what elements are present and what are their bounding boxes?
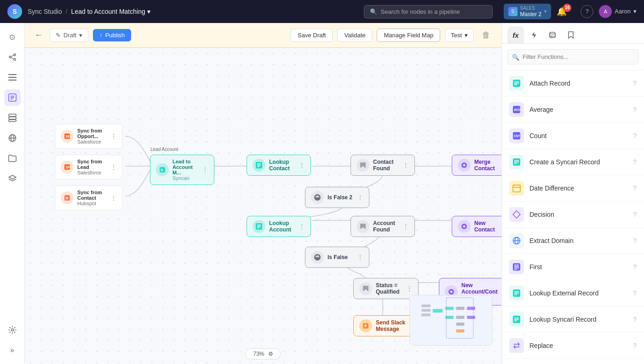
- main-layout: ⊙ » ← ✎: [0, 23, 644, 364]
- save-draft-button[interactable]: Save Draft: [291, 29, 333, 42]
- svg-text:H: H: [66, 196, 69, 200]
- average-help[interactable]: ?: [633, 106, 637, 113]
- svg-marker-88: [513, 211, 520, 218]
- first-help[interactable]: ?: [633, 263, 637, 271]
- function-search-input[interactable]: [507, 49, 638, 64]
- avatar: A: [599, 5, 612, 18]
- svg-rect-55: [421, 313, 431, 316]
- panel-tab-bookmark[interactable]: [563, 27, 579, 43]
- flow-canvas[interactable]: SF Sync from Opport... Salesforce ⋮ SF S…: [25, 48, 501, 364]
- publish-button[interactable]: ↑ Publish: [93, 29, 131, 41]
- lookup-external-help[interactable]: ?: [633, 289, 637, 297]
- sidebar-item-settings[interactable]: [4, 322, 21, 338]
- node-sync-lead[interactable]: SF Sync from Lead Salesforce ⋮: [55, 155, 123, 179]
- svg-point-71: [550, 32, 555, 34]
- notifications-area[interactable]: 🔔 16: [557, 6, 575, 17]
- node-new-contact[interactable]: New Contact ⋮: [452, 216, 501, 237]
- function-item-first[interactable]: First ?: [502, 254, 644, 280]
- svg-line-3: [11, 55, 14, 57]
- svg-point-1: [14, 54, 16, 56]
- svg-rect-5: [8, 74, 17, 75]
- lookup-external-icon: [509, 286, 524, 300]
- function-item-lookup-syncari[interactable]: Lookup Syncari Record ?: [502, 306, 644, 333]
- function-item-lookup-external[interactable]: Lookup External Record ?: [502, 280, 644, 306]
- svg-point-18: [11, 329, 13, 331]
- help-button[interactable]: ?: [581, 5, 593, 18]
- create-syncari-help[interactable]: ?: [633, 158, 637, 166]
- delete-button[interactable]: 🗑: [478, 29, 494, 42]
- node-lead-account-match[interactable]: S Lead to Account M... Syncari ⋮: [150, 155, 214, 185]
- function-item-decision[interactable]: Decision ?: [502, 202, 644, 228]
- svg-marker-47: [363, 286, 368, 291]
- workspace-selector[interactable]: S SALES Master 2 ▾: [504, 4, 552, 19]
- search-icon: 🔍: [512, 53, 519, 60]
- svg-rect-64: [456, 329, 465, 333]
- node-sync-contact[interactable]: H Sync from Contact Hubspot ⋮: [55, 185, 123, 210]
- panel-tab-fx[interactable]: fx: [507, 27, 524, 43]
- extract-domain-help[interactable]: ?: [633, 237, 637, 244]
- notification-badge: 16: [563, 4, 571, 12]
- node-is-false-2[interactable]: Is False 2 ⋮: [305, 187, 369, 208]
- node-is-false[interactable]: Is False ⋮: [305, 247, 369, 268]
- svg-text:SF: SF: [66, 166, 70, 169]
- canvas-wrapper: ← ✎ Draft ▾ ↑ Publish Save Draft Validat…: [25, 23, 501, 364]
- node-sync-opport[interactable]: SF Sync from Opport... Salesforce ⋮: [55, 124, 123, 149]
- replace-help[interactable]: ?: [633, 342, 637, 349]
- svg-rect-61: [467, 307, 475, 310]
- node-account-found[interactable]: Account Found ⋮: [351, 216, 415, 237]
- svg-rect-60: [456, 316, 465, 319]
- top-nav: S Sync Studio / Lead to Account Matching…: [0, 0, 644, 23]
- panel-search-area: 🔍: [502, 44, 644, 70]
- node-status-qualified[interactable]: Status = Qualified ⋮: [353, 278, 419, 299]
- node-lookup-contact[interactable]: Lookup Contact ⋮: [247, 155, 311, 176]
- global-search[interactable]: 🔍 Search for nodes in a pipeline: [364, 5, 493, 18]
- sidebar-item-list[interactable]: [4, 69, 21, 86]
- lead-account-label: Lead Account: [150, 147, 178, 152]
- create-syncari-icon: [509, 155, 524, 169]
- node-contact-found[interactable]: Contact Found ⋮: [351, 155, 415, 176]
- count-help[interactable]: ?: [633, 132, 637, 139]
- panel-tab-bolt[interactable]: [526, 27, 542, 43]
- function-item-date-difference[interactable]: Date Difference ?: [502, 175, 644, 202]
- validate-button[interactable]: Validate: [337, 29, 372, 42]
- sidebar-item-data[interactable]: [4, 110, 21, 126]
- decision-help[interactable]: ?: [633, 211, 637, 218]
- function-item-replace[interactable]: Replace ?: [502, 333, 644, 359]
- zoom-settings-icon[interactable]: ⚙: [268, 351, 273, 357]
- svg-marker-70: [532, 32, 536, 38]
- svg-rect-59: [456, 307, 465, 310]
- attach-record-help[interactable]: ?: [633, 80, 637, 87]
- sidebar-item-folder[interactable]: [4, 150, 21, 167]
- function-item-attach-record[interactable]: Attach Record ?: [502, 70, 644, 97]
- test-button[interactable]: Test ▾: [445, 29, 474, 42]
- manage-field-map-button[interactable]: Manage Field Map: [377, 29, 440, 42]
- lookup-syncari-help[interactable]: ?: [633, 316, 637, 323]
- node-lookup-account[interactable]: Lookup Account ⋮: [247, 216, 311, 237]
- function-item-average[interactable]: AVG Average ?: [502, 97, 644, 123]
- node-merge-contact[interactable]: Merge Contact ⋮: [452, 155, 501, 176]
- function-item-create-syncari[interactable]: Create a Syncari Record ?: [502, 149, 644, 175]
- svg-point-0: [9, 56, 11, 58]
- panel-tab-layers[interactable]: [544, 27, 561, 43]
- function-item-extract-domain[interactable]: Extract Domain ?: [502, 228, 644, 254]
- right-panel: fx 🔍 Attach Record: [501, 23, 644, 364]
- pipeline-name[interactable]: Lead to Account Matching ▾: [71, 8, 150, 15]
- sidebar-item-expand[interactable]: »: [4, 342, 21, 358]
- sidebar-item-layers[interactable]: [4, 170, 21, 187]
- app-logo[interactable]: S: [7, 4, 22, 19]
- function-item-count[interactable]: CNT Count ?: [502, 123, 644, 149]
- sidebar-item-pipeline[interactable]: [4, 89, 21, 106]
- average-label: Average: [529, 106, 627, 113]
- replace-icon: [509, 338, 524, 353]
- sidebar-item-graph[interactable]: [4, 49, 21, 65]
- svg-rect-56: [433, 309, 443, 312]
- sidebar-item-home[interactable]: ⊙: [4, 29, 21, 45]
- svg-rect-54: [421, 309, 431, 312]
- back-button[interactable]: ←: [32, 29, 45, 42]
- user-menu[interactable]: A Aaron ▾: [599, 5, 637, 18]
- toolbar: ← ✎ Draft ▾ ↑ Publish Save Draft Validat…: [25, 23, 501, 48]
- draft-button[interactable]: ✎ Draft ▾: [50, 29, 88, 42]
- date-difference-help[interactable]: ?: [633, 185, 637, 192]
- sidebar-item-globe[interactable]: [4, 130, 21, 146]
- test-chevron: ▾: [465, 32, 468, 39]
